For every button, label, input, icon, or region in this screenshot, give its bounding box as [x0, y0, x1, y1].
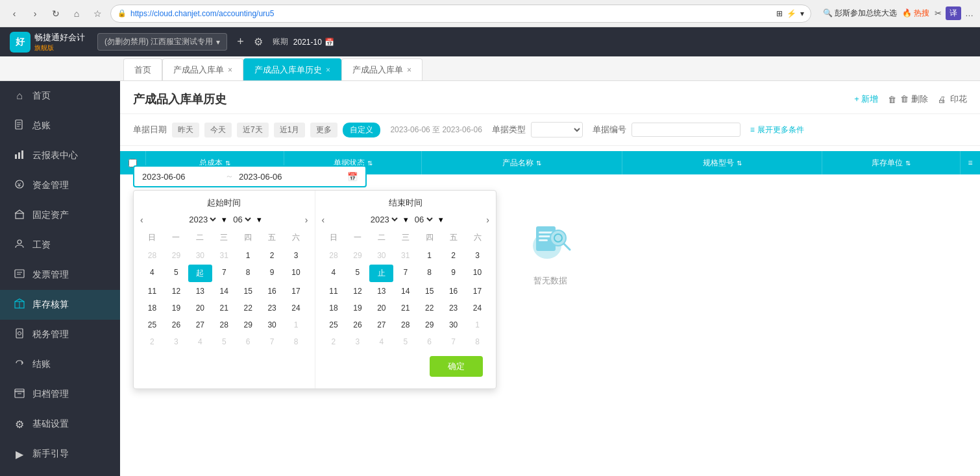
expand-more-btn[interactable]: ≡ 展开更多条件	[750, 125, 804, 136]
start-day-9[interactable]: 9	[260, 265, 284, 282]
tab-product-in-history[interactable]: 产成品入库单历史 ×	[243, 58, 341, 80]
end-day-nm2[interactable]: 2	[322, 334, 346, 350]
tab-product-in-close[interactable]: ×	[228, 65, 232, 75]
start-day-7[interactable]: 7	[212, 265, 236, 282]
company-selector[interactable]: (勿删勿禁用) 江西服宝测试专用 ▾	[97, 33, 227, 51]
end-day-29[interactable]: 29	[417, 317, 441, 333]
tab-home[interactable]: 首页	[123, 58, 162, 80]
end-day-nm6[interactable]: 6	[417, 334, 441, 350]
start-day-nm1[interactable]: 1	[284, 317, 308, 333]
start-day-nm7[interactable]: 7	[260, 334, 284, 350]
start-day-pm30[interactable]: 30	[188, 248, 212, 263]
scissors-button[interactable]: ✂	[935, 8, 942, 18]
end-day-8[interactable]: 8	[417, 265, 441, 282]
end-date-input[interactable]	[239, 172, 317, 182]
start-day-nm5[interactable]: 5	[212, 334, 236, 350]
sidebar-item-vip[interactable]: V 畅会员	[0, 469, 120, 476]
start-cal-prev[interactable]: ‹	[140, 215, 143, 225]
doctype-select[interactable]	[531, 122, 583, 137]
translate-button[interactable]: 译	[946, 6, 961, 20]
start-year-select[interactable]: 2023	[186, 214, 218, 225]
end-day-30[interactable]: 30	[441, 317, 465, 333]
start-day-nm3[interactable]: 3	[164, 334, 188, 350]
start-day-nm4[interactable]: 4	[188, 334, 212, 350]
end-day-22[interactable]: 22	[417, 300, 441, 316]
tab-product-in-history-close[interactable]: ×	[326, 65, 330, 75]
tab-product-in2-close[interactable]: ×	[407, 65, 411, 75]
start-day-5[interactable]: 5	[164, 265, 188, 282]
more-btn[interactable]: 更多	[310, 123, 337, 137]
end-day-19[interactable]: 19	[345, 300, 369, 316]
sidebar-item-archive[interactable]: 归档管理	[0, 379, 120, 409]
settings-button[interactable]: ⚙	[254, 36, 263, 48]
end-day-25[interactable]: 25	[322, 317, 346, 333]
start-day-10[interactable]: 10	[284, 265, 308, 282]
start-day-20[interactable]: 20	[188, 300, 212, 316]
end-day-pm30[interactable]: 30	[369, 248, 393, 263]
end-day-15[interactable]: 15	[417, 283, 441, 299]
end-day-14[interactable]: 14	[393, 283, 417, 299]
back-button[interactable]: ‹	[6, 6, 22, 21]
calendar-open-icon[interactable]: 📅	[347, 172, 358, 182]
start-day-8[interactable]: 8	[236, 265, 260, 282]
last7-btn[interactable]: 近7天	[237, 123, 269, 137]
end-day-nm5[interactable]: 5	[393, 334, 417, 350]
custom-btn[interactable]: 自定义	[343, 123, 380, 137]
start-day-15[interactable]: 15	[236, 283, 260, 299]
sidebar-item-inventory[interactable]: 库存核算	[0, 290, 120, 320]
start-day-pm28[interactable]: 28	[140, 248, 164, 263]
start-day-2[interactable]: 2	[260, 248, 284, 263]
end-day-28[interactable]: 28	[393, 317, 417, 333]
start-day-13[interactable]: 13	[188, 283, 212, 299]
start-day-18[interactable]: 18	[140, 300, 164, 316]
docno-input[interactable]	[631, 123, 741, 137]
end-day-23[interactable]: 23	[441, 300, 465, 316]
start-day-11[interactable]: 11	[140, 283, 164, 299]
sidebar-item-salary[interactable]: 工资	[0, 230, 120, 260]
start-day-24[interactable]: 24	[284, 300, 308, 316]
sidebar-item-tax[interactable]: 税务管理	[0, 320, 120, 350]
end-day-nm4[interactable]: 4	[369, 334, 393, 350]
sidebar-item-home[interactable]: ⌂ 首页	[0, 81, 120, 111]
print-button[interactable]: 🖨 印花	[938, 93, 967, 105]
start-day-pm29[interactable]: 29	[164, 248, 188, 263]
end-day-4[interactable]: 4	[322, 265, 346, 282]
add-button[interactable]: + 新增	[854, 93, 878, 105]
start-day-19[interactable]: 19	[164, 300, 188, 316]
end-day-nm3[interactable]: 3	[345, 334, 369, 350]
end-day-10[interactable]: 10	[465, 265, 489, 282]
end-cal-next[interactable]: ›	[486, 215, 489, 225]
th-more[interactable]: ≡	[961, 151, 980, 174]
start-day-26[interactable]: 26	[164, 317, 188, 333]
end-day-1[interactable]: 1	[417, 248, 441, 263]
refresh-button[interactable]: ↻	[48, 6, 64, 21]
start-day-12[interactable]: 12	[164, 283, 188, 299]
more-button[interactable]: …	[965, 8, 974, 18]
end-cal-prev[interactable]: ‹	[322, 215, 325, 225]
end-year-select[interactable]: 2023	[368, 214, 400, 225]
start-day-16[interactable]: 16	[260, 283, 284, 299]
end-day-2[interactable]: 2	[441, 248, 465, 263]
start-day-21[interactable]: 21	[212, 300, 236, 316]
sidebar-item-invoice[interactable]: 发票管理	[0, 260, 120, 290]
sidebar-item-report[interactable]: 云报表中心	[0, 141, 120, 171]
sidebar-item-ledger[interactable]: 总账	[0, 111, 120, 141]
end-day-nm7[interactable]: 7	[441, 334, 465, 350]
start-day-23[interactable]: 23	[260, 300, 284, 316]
sidebar-item-guide[interactable]: ▶ 新手引导	[0, 439, 120, 469]
add-company-button[interactable]: +	[237, 35, 244, 49]
yesterday-btn[interactable]: 昨天	[172, 123, 199, 137]
end-day-27[interactable]: 27	[369, 317, 393, 333]
confirm-button[interactable]: 确定	[430, 356, 483, 377]
today-btn[interactable]: 今天	[204, 123, 232, 137]
forward-button[interactable]: ›	[27, 6, 43, 21]
end-day-17[interactable]: 17	[465, 283, 489, 299]
start-day-1[interactable]: 1	[236, 248, 260, 263]
end-day-24[interactable]: 24	[465, 300, 489, 316]
start-day-nm8[interactable]: 8	[284, 334, 308, 350]
start-day-29[interactable]: 29	[236, 317, 260, 333]
start-day-nm2[interactable]: 2	[140, 334, 164, 350]
start-day-30[interactable]: 30	[260, 317, 284, 333]
tab-product-in2[interactable]: 产成品入库单 ×	[341, 58, 423, 80]
end-day-7[interactable]: 7	[393, 265, 417, 282]
